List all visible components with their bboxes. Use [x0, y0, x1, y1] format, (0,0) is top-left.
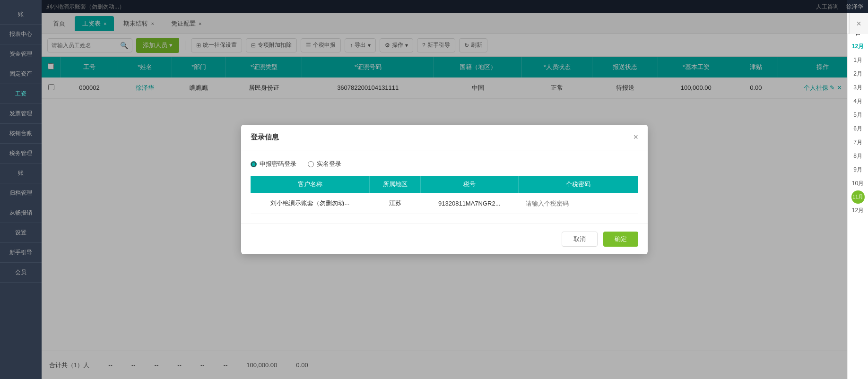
sidebar-item-fixed-assets[interactable]: 固定资产	[0, 64, 42, 84]
sidebar-item-tax[interactable]: 税务管理	[0, 144, 42, 164]
modal-table-row: 刘小艳演示账套（勿删勿动... 江苏 91320811MA7NGR2...	[251, 193, 638, 214]
sidebar-item-cancel-ledger[interactable]: 核销台账	[0, 124, 42, 144]
modal-col-region: 所属地区	[370, 176, 421, 193]
modal-header: 登录信息 ×	[241, 125, 648, 150]
sidebar-item-invoice[interactable]: 发票管理	[0, 104, 42, 124]
realname-login-option[interactable]: 实名登录	[308, 160, 341, 168]
cal-month-3[interactable]: 3月	[853, 81, 862, 95]
modal-client-name: 刘小艳演示账套（勿删勿动...	[251, 193, 370, 214]
tax-password-field[interactable]	[526, 200, 630, 207]
cal-month-4[interactable]: 4月	[853, 95, 862, 108]
sidebar: 账 报表中心 资金管理 固定资产 工资 发票管理 核销台账 税务管理 账 归档管…	[0, 0, 42, 379]
realname-login-radio[interactable]	[308, 161, 314, 167]
cal-month-10[interactable]: 10月	[852, 177, 864, 190]
confirm-button[interactable]: 确定	[603, 232, 638, 247]
sidebar-item-account[interactable]: 账	[0, 5, 42, 25]
sidebar-item-smooth-cancel[interactable]: 从畅报销	[0, 203, 42, 223]
modal-col-tax-number: 税号	[420, 176, 518, 193]
cancel-button[interactable]: 取消	[562, 232, 598, 247]
radio-group: 申报密码登录 实名登录	[251, 160, 638, 168]
modal-overlay: 登录信息 × 申报密码登录 实名登录 客户名称 所属地区	[42, 0, 847, 379]
cal-month-8[interactable]: 8月	[853, 149, 862, 163]
modal-close-button[interactable]: ×	[633, 132, 638, 142]
sidebar-item-report-center[interactable]: 报表中心	[0, 25, 42, 44]
sidebar-item-member[interactable]: 会员	[0, 263, 42, 283]
sidebar-item-fund-mgmt[interactable]: 资金管理	[0, 44, 42, 64]
cal-month-1[interactable]: 1月	[853, 53, 862, 67]
password-login-radio[interactable]	[251, 161, 257, 167]
sidebar-item-salary[interactable]: 工资	[0, 84, 42, 104]
login-info-modal: 登录信息 × 申报密码登录 实名登录 客户名称 所属地区	[241, 125, 648, 254]
sidebar-item-ledger[interactable]: 账	[0, 164, 42, 183]
sidebar-item-newbie[interactable]: 新手引导	[0, 243, 42, 263]
right-calendar: 2023.11 12月 1月 2月 3月 4月 5月 6月 7月 8月 9月 1…	[847, 13, 868, 379]
cal-month-12[interactable]: 12月	[852, 204, 864, 217]
cal-month-12-prev[interactable]: 12月	[852, 40, 864, 53]
cal-month-11-active[interactable]: 11月	[851, 190, 865, 204]
sidebar-item-settings[interactable]: 设置	[0, 223, 42, 243]
main-window-close[interactable]: ×	[849, 13, 868, 34]
password-login-option[interactable]: 申报密码登录	[251, 160, 296, 168]
modal-region: 江苏	[370, 193, 421, 214]
modal-col-tax-password: 个税密码	[518, 176, 638, 193]
modal-title: 登录信息	[251, 133, 279, 142]
modal-footer: 取消 确定	[241, 224, 648, 254]
modal-tax-password-input[interactable]	[518, 193, 638, 214]
modal-col-client-name: 客户名称	[251, 176, 370, 193]
sidebar-item-archive[interactable]: 归档管理	[0, 183, 42, 203]
cal-month-2[interactable]: 2月	[853, 67, 862, 81]
modal-body: 申报密码登录 实名登录 客户名称 所属地区 税号 个税密码	[241, 150, 648, 224]
cal-month-9[interactable]: 9月	[853, 163, 862, 177]
cal-month-5[interactable]: 5月	[853, 108, 862, 122]
modal-login-table: 客户名称 所属地区 税号 个税密码 刘小艳演示账套（勿删勿动... 江苏 913…	[251, 176, 638, 214]
cal-month-7[interactable]: 7月	[853, 136, 862, 149]
cal-month-6[interactable]: 6月	[853, 122, 862, 136]
modal-tax-number: 91320811MA7NGR2...	[420, 193, 518, 214]
username: 徐泽华	[846, 3, 863, 11]
